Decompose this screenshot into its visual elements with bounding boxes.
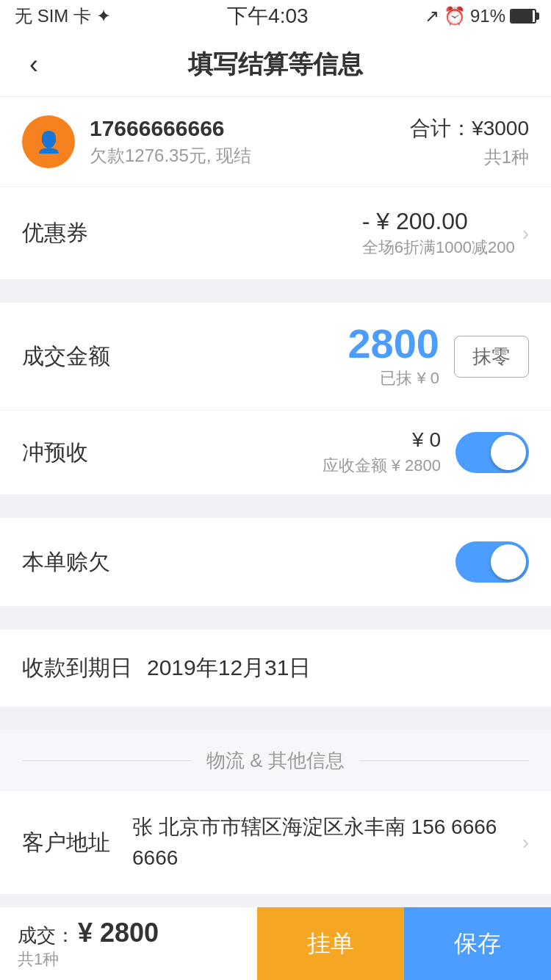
- status-left: 无 SIM 卡 ✦: [15, 4, 111, 28]
- nav-bar: ‹ 填写结算等信息: [0, 32, 551, 97]
- address-value: 张 北京市市辖区海淀区永丰南 156 6666 6666: [132, 812, 522, 873]
- coupon-info: - ¥ 200.00 全场6折满1000减200: [362, 208, 515, 259]
- prepay-right: ¥ 0 应收金额 ¥ 2800: [323, 428, 529, 477]
- due-date-row: 收款到期日 2019年12月31日: [0, 630, 551, 707]
- debit-toggle-knob: [491, 544, 526, 580]
- bottom-summary: 成交： ¥ 2800 共1种: [0, 918, 257, 970]
- amount-right: 2800 已抹 ¥ 0 抹零: [347, 323, 529, 389]
- total-amount: 合计：¥3000: [410, 115, 529, 143]
- bottom-deal-label: 成交：: [18, 923, 75, 948]
- coupon-desc: 全场6折满1000减200: [362, 237, 515, 259]
- logistics-separator: 物流 & 其他信息: [0, 730, 551, 791]
- status-time: 下午4:03: [227, 2, 309, 30]
- back-button[interactable]: ‹: [22, 42, 46, 87]
- amount-section: 成交金额 2800 已抹 ¥ 0 抹零 冲预收 ¥ 0 应收金额 ¥ 2800: [0, 303, 551, 494]
- customer-right: 合计：¥3000 共1种: [410, 115, 529, 169]
- customer-debt: 欠款1276.35元, 现结: [90, 144, 251, 167]
- divider-1: [0, 291, 551, 303]
- amount-value: 2800: [347, 323, 439, 364]
- sim-status: 无 SIM 卡 ✦: [15, 4, 111, 28]
- customer-left: 👤 17666666666 欠款1276.35元, 现结: [22, 115, 251, 168]
- sep-line-right: [359, 760, 529, 761]
- address-row[interactable]: 客户地址 张 北京市市辖区海淀区永丰南 156 6666 6666 ›: [0, 791, 551, 894]
- prepay-main-amount: ¥ 0: [323, 428, 441, 452]
- coupon-label: 优惠券: [22, 218, 88, 248]
- bottom-deal-row: 成交： ¥ 2800: [18, 918, 240, 948]
- avatar-icon: 👤: [36, 130, 62, 154]
- status-right: ↗ ⏰ 91%: [425, 6, 536, 26]
- divider-4: [0, 718, 551, 730]
- location-icon: ↗: [425, 6, 439, 26]
- amount-value-container: 2800 已抹 ¥ 0: [347, 323, 439, 389]
- prepay-sub-amount: 应收金额 ¥ 2800: [323, 455, 441, 477]
- prepay-toggle-knob: [491, 435, 526, 470]
- page-title: 填写结算等信息: [188, 48, 363, 82]
- due-date-label: 收款到期日: [22, 653, 132, 683]
- address-label: 客户地址: [22, 828, 110, 858]
- amount-sub: 已抹 ¥ 0: [347, 367, 439, 389]
- debit-row: 本单赊欠: [0, 518, 551, 606]
- prepay-toggle[interactable]: [455, 432, 529, 473]
- debit-label: 本单赊欠: [22, 547, 110, 577]
- save-button[interactable]: 保存: [404, 907, 551, 981]
- battery-status: 91%: [470, 6, 505, 26]
- hold-button[interactable]: 挂单: [257, 907, 404, 981]
- prepay-label: 冲预收: [22, 438, 88, 468]
- customer-row: 👤 17666666666 欠款1276.35元, 现结 合计：¥3000 共1…: [0, 97, 551, 187]
- prepay-row: 冲预收 ¥ 0 应收金额 ¥ 2800: [0, 410, 551, 494]
- customer-info: 17666666666 欠款1276.35元, 现结: [90, 116, 251, 167]
- battery-icon: [510, 9, 536, 24]
- bottom-deal-amount: ¥ 2800: [78, 918, 159, 948]
- status-bar: 无 SIM 卡 ✦ 下午4:03 ↗ ⏰ 91%: [0, 0, 551, 32]
- bottom-count: 共1种: [18, 948, 240, 970]
- due-date-value: 2019年12月31日: [147, 653, 311, 683]
- coupon-discount: - ¥ 200.00: [362, 208, 515, 235]
- coupon-chevron-icon: ›: [522, 222, 529, 245]
- alarm-icon: ⏰: [444, 6, 466, 26]
- round-button[interactable]: 抹零: [454, 336, 529, 378]
- bottom-bar: 成交： ¥ 2800 共1种 挂单 保存: [0, 907, 551, 980]
- avatar: 👤: [22, 115, 75, 168]
- logistics-label: 物流 & 其他信息: [206, 748, 345, 774]
- debit-toggle[interactable]: [455, 541, 529, 583]
- prepay-amounts: ¥ 0 应收金额 ¥ 2800: [323, 428, 441, 477]
- total-count: 共1种: [410, 145, 529, 169]
- divider-3: [0, 618, 551, 630]
- coupon-row[interactable]: 优惠券 - ¥ 200.00 全场6折满1000减200 ›: [0, 187, 551, 279]
- address-chevron-icon: ›: [522, 831, 529, 854]
- customer-section: 👤 17666666666 欠款1276.35元, 现结 合计：¥3000 共1…: [0, 97, 551, 279]
- coupon-right: - ¥ 200.00 全场6折满1000减200 ›: [362, 208, 529, 259]
- sep-line-left: [22, 760, 192, 761]
- divider-2: [0, 506, 551, 518]
- amount-label: 成交金额: [22, 342, 110, 372]
- customer-phone: 17666666666: [90, 116, 251, 141]
- amount-row: 成交金额 2800 已抹 ¥ 0 抹零: [0, 303, 551, 410]
